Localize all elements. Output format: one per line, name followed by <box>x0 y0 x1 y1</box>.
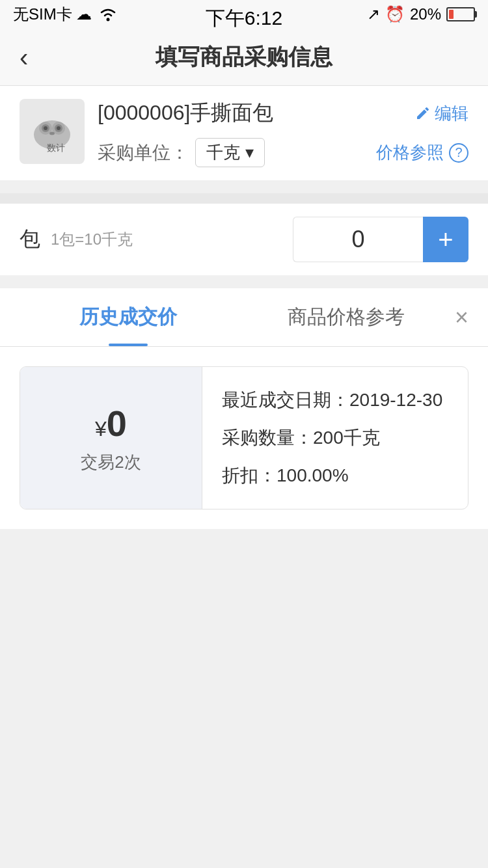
status-bar: 无SIM卡 ☁ 下午6:12 ↗ ⏰ 20% <box>0 0 488 29</box>
product-name: [0000006]手撕面包 <box>98 99 273 128</box>
section-divider <box>0 193 488 204</box>
recent-date-row: 最近成交日期：2019-12-30 <box>222 387 448 414</box>
quantity-input[interactable] <box>293 217 423 262</box>
nav-bar: ‹ 填写商品采购信息 <box>0 29 488 86</box>
discount-row: 折扣：100.00% <box>222 462 448 489</box>
tab-price-reference[interactable]: 商品价格参考 <box>237 288 454 346</box>
alarm-icon: ⏰ <box>385 5 405 23</box>
status-left: 无SIM卡 ☁ <box>13 4 118 25</box>
purchase-unit-label: 采购单位： <box>98 141 189 165</box>
tabs-section: 历史成交价 商品价格参考 × ¥0 交易2次 最近成交日期：2019-12-30 <box>0 288 488 529</box>
battery-icon <box>446 7 475 21</box>
recent-date-value: 2019-12-30 <box>349 390 442 410</box>
price-display: ¥0 <box>95 402 127 444</box>
page-title: 填写商品采购信息 <box>156 42 332 72</box>
package-icon: 包 <box>20 225 40 254</box>
tab-price-ref-label: 商品价格参考 <box>288 306 405 327</box>
status-time: 下午6:12 <box>206 5 282 32</box>
svg-point-0 <box>107 18 110 21</box>
location-icon: ↗ <box>367 5 380 23</box>
purchase-unit-row: 采购单位： 千克 ▾ 价格参照 ? <box>98 138 468 167</box>
quantity-label: 采购数量： <box>222 427 313 448</box>
discount-label: 折扣： <box>222 465 277 485</box>
price-reference-button[interactable]: 价格参照 ? <box>376 141 468 164</box>
svg-point-7 <box>57 126 61 130</box>
quantity-plus-button[interactable]: + <box>423 217 468 262</box>
price-ref-label: 价格参照 <box>376 141 444 164</box>
tabs-close-button[interactable]: × <box>455 293 468 342</box>
edit-icon <box>415 105 431 121</box>
unit-value: 千克 <box>206 141 240 164</box>
edit-label: 编辑 <box>435 102 468 125</box>
carrier-text: 无SIM卡 ☁ <box>13 4 92 25</box>
tab-content: ¥0 交易2次 最近成交日期：2019-12-30 采购数量：200千克 折扣：… <box>0 347 488 529</box>
status-right: ↗ ⏰ 20% <box>367 5 475 23</box>
quantity-row: 采购数量：200千克 <box>222 424 448 452</box>
wifi-icon <box>98 7 118 21</box>
main-content: 数计 [0000006]手撕面包 编辑 采购单位： <box>0 86 488 868</box>
discount-value: 100.00% <box>277 465 349 485</box>
svg-text:数计: 数计 <box>47 142 65 153</box>
plus-icon: + <box>438 225 453 254</box>
history-price-column: ¥0 交易2次 <box>20 367 202 509</box>
package-left: 包 1包=10千克 <box>20 225 133 254</box>
svg-point-6 <box>44 126 47 130</box>
currency-symbol: ¥ <box>95 417 107 441</box>
tab-history-price[interactable]: 历史成交价 <box>20 288 237 346</box>
product-section: 数计 [0000006]手撕面包 编辑 采购单位： <box>0 86 488 180</box>
back-button[interactable]: ‹ <box>20 44 28 70</box>
price-amount: 0 <box>107 403 127 444</box>
quantity-input-wrapper: + <box>293 217 468 262</box>
product-image: 数计 <box>20 99 85 164</box>
help-icon: ? <box>449 143 468 163</box>
help-label: ? <box>455 145 462 160</box>
trade-count: 交易2次 <box>81 451 141 474</box>
product-name-row: [0000006]手撕面包 编辑 <box>98 99 468 128</box>
quantity-value: 200千克 <box>313 427 380 448</box>
svg-point-8 <box>49 132 55 135</box>
package-unit-label: 1包=10千克 <box>51 229 133 250</box>
package-section: 包 1包=10千克 + <box>0 204 488 275</box>
battery-percent: 20% <box>410 5 441 23</box>
product-logo-icon: 数计 <box>26 105 78 157</box>
unit-dropdown-arrow: ▾ <box>245 142 254 163</box>
recent-date-label: 最近成交日期： <box>222 390 349 410</box>
tab-history-label: 历史成交价 <box>79 306 177 327</box>
history-card: ¥0 交易2次 最近成交日期：2019-12-30 采购数量：200千克 折扣：… <box>20 366 468 509</box>
history-details-column: 最近成交日期：2019-12-30 采购数量：200千克 折扣：100.00% <box>202 367 468 509</box>
product-header: 数计 [0000006]手撕面包 编辑 采购单位： <box>20 99 468 167</box>
unit-dropdown[interactable]: 千克 ▾ <box>195 138 265 167</box>
product-info: [0000006]手撕面包 编辑 采购单位： 千克 ▾ <box>98 99 468 167</box>
tabs-header: 历史成交价 商品价格参考 × <box>0 288 488 347</box>
edit-button[interactable]: 编辑 <box>415 102 468 125</box>
